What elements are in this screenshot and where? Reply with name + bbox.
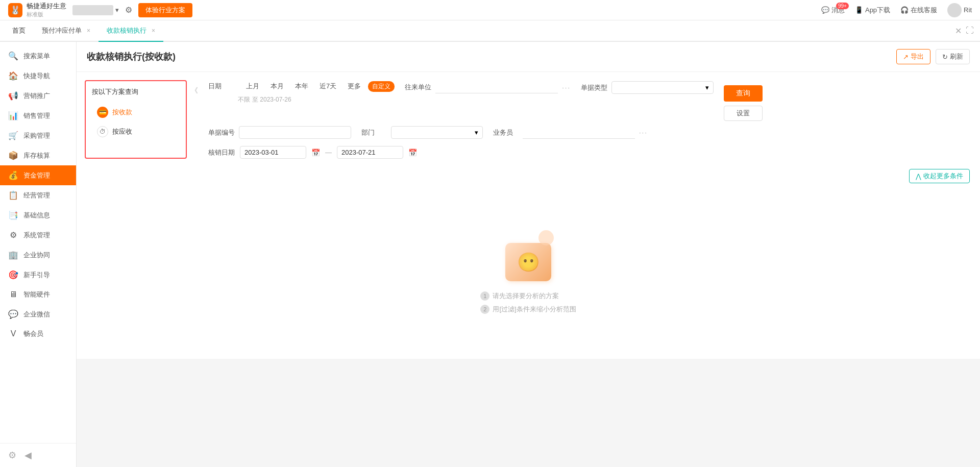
salesperson-input[interactable] (523, 127, 635, 139)
counterpart-dots[interactable]: ··· (562, 84, 571, 91)
search-icon: 🔍 (8, 51, 18, 61)
date-custom-badge[interactable]: 自定义 (368, 81, 395, 92)
settings-bottom-icon[interactable]: ⚙ (8, 450, 16, 461)
sidebar-item-purchase[interactable]: 🛒 采购管理 (0, 126, 76, 145)
online-service-item[interactable]: 🎧 在线客服 (900, 6, 937, 15)
calendar-start-icon[interactable]: 📅 (311, 149, 320, 157)
department-label: 部门 (361, 128, 387, 137)
sidebar-item-basic[interactable]: 📑 基础信息 (0, 205, 76, 225)
workspace-dropdown[interactable]: ▾ (72, 5, 119, 15)
empty-hint-2: 2 用[过滤]条件来缩小分析范围 (480, 305, 576, 314)
tab-prepay[interactable]: 预付冲应付单 × (34, 20, 99, 42)
empty-illustration: 😶 (498, 230, 559, 281)
tab-prepay-close[interactable]: × (87, 27, 90, 34)
tab-writeoff-close[interactable]: × (152, 27, 155, 34)
tab-home[interactable]: 首页 (4, 20, 34, 42)
sidebar-item-search[interactable]: 🔍 搜索菜单 (0, 46, 76, 66)
date-this-year-btn[interactable]: 本年 (291, 80, 312, 92)
date-no-limit-row: 不限 至 2023-07-26 (238, 95, 395, 104)
verify-date-start-input[interactable] (240, 146, 306, 159)
online-service-label: 在线客服 (911, 6, 937, 15)
calendar-end-icon[interactable]: 📅 (408, 149, 417, 157)
date-this-month-btn[interactable]: 本月 (266, 80, 288, 92)
verify-date-end-input[interactable] (337, 146, 403, 159)
sidebar-item-wechat-label: 企业微信 (23, 310, 50, 319)
sidebar-item-search-label: 搜索菜单 (23, 52, 50, 61)
filter-collapse-icon[interactable]: 《 (191, 86, 198, 95)
bill-type-filter: 单据类型 ▾ (581, 81, 714, 94)
brand-logo: 🐰 (8, 3, 22, 17)
sidebar-item-system[interactable]: ⚙ 系统管理 (0, 225, 76, 245)
messages-badge: 99+ (836, 3, 849, 9)
tab-writeoff[interactable]: 收款核销执行 × (99, 20, 163, 42)
sidebar-item-member-label: 畅会员 (23, 329, 43, 338)
filter-row-1: 日期 上月 本月 本年 近7天 更多 自定义 (208, 80, 970, 121)
filter-date-block: 日期 上月 本月 本年 近7天 更多 自定义 (208, 80, 395, 104)
refresh-button[interactable]: ↻ 刷新 (936, 49, 970, 64)
user-name-item[interactable]: Rit (947, 3, 972, 17)
collapse-more-section: ⋀ 收起更多条件 (77, 167, 980, 189)
export-button[interactable]: ↗ 导出 (896, 49, 930, 64)
filter-panel: 按以下方案查询 💳 按收款 ⏱ 按应收 《 (77, 72, 980, 167)
sidebar-item-operation-label: 经营管理 (23, 191, 50, 200)
sidebar-item-system-label: 系统管理 (23, 231, 50, 240)
date-7days-btn[interactable]: 近7天 (315, 80, 340, 92)
date-more-btn[interactable]: 更多 (344, 80, 365, 92)
verify-date-row: 核销日期 📅 — 📅 (208, 146, 970, 159)
expand-window-icon[interactable]: ⛶ (966, 26, 974, 35)
query-button[interactable]: 查询 (724, 85, 763, 102)
sidebar-item-finance[interactable]: 💰 资金管理 (0, 165, 76, 185)
sidebar-collapse-icon[interactable]: ◀ (24, 450, 32, 461)
date-label: 日期 (208, 82, 234, 91)
empty-hint-1: 1 请先选择要分析的方案 (480, 291, 576, 301)
sidebar-item-nav[interactable]: 🏠 快捷导航 (0, 66, 76, 86)
chevron-down-icon: ▾ (115, 6, 119, 14)
filter-row-2: 单据编号 部门 ▾ 业务员 (208, 126, 970, 139)
tab-writeoff-label: 收款核销执行 (107, 26, 146, 35)
settings-icon: ⚙ (8, 230, 18, 240)
filter-option-by-receipt[interactable]: 💳 按收款 (92, 103, 180, 122)
filter-scheme-title: 按以下方案查询 (92, 87, 180, 96)
counterpart-input[interactable] (435, 81, 558, 93)
date-last-month-btn[interactable]: 上月 (242, 80, 263, 92)
sidebar-item-operation[interactable]: 📋 经营管理 (0, 185, 76, 205)
filter-option-by-receivable[interactable]: ⏱ 按应收 (92, 122, 180, 141)
sidebar-item-guide[interactable]: 🎯 新手引导 (0, 265, 76, 285)
sidebar-item-member[interactable]: V 畅会员 (0, 324, 76, 343)
app-download-label: App下载 (865, 6, 890, 15)
receivable-scheme-icon: ⏱ (97, 126, 108, 137)
filter-option-by-receivable-label: 按应收 (112, 127, 132, 136)
app-download-item[interactable]: 📱 App下载 (855, 6, 890, 15)
main-layout: 🔍 搜索菜单 🏠 快捷导航 📢 营销推广 📊 销售管理 🛒 采购管理 📦 (0, 42, 980, 467)
sidebar-item-inventory[interactable]: 📦 库存核算 (0, 145, 76, 165)
collapse-more-label: 收起更多条件 (923, 171, 963, 181)
bill-type-select[interactable]: ▾ (611, 81, 714, 94)
department-select[interactable]: ▾ (391, 126, 483, 139)
close-window-icon[interactable]: ✕ (955, 26, 962, 36)
salesperson-dots[interactable]: ··· (639, 129, 648, 136)
collapse-more-button[interactable]: ⋀ 收起更多条件 (909, 169, 970, 183)
tab-home-label: 首页 (12, 26, 26, 35)
brand-info: 畅捷通好生意 标准版 (27, 2, 66, 18)
settings-button[interactable]: 设置 (724, 106, 763, 121)
filter-scheme-panel: 按以下方案查询 💳 按收款 ⏱ 按应收 (85, 80, 187, 159)
sidebar-item-sales[interactable]: 📊 销售管理 (0, 106, 76, 126)
sidebar-item-hardware[interactable]: 🖥 智能硬件 (0, 285, 76, 304)
brand-edition: 标准版 (27, 11, 66, 18)
topbar-right: 💬 消息 99+ 📱 App下载 🎧 在线客服 Rit (821, 3, 972, 17)
date-to-text: 至 2023-07-26 (252, 95, 291, 104)
sidebar-item-wechat[interactable]: 💬 企业微信 (0, 304, 76, 324)
chevron-down-icon2: ▾ (475, 129, 478, 136)
sidebar-item-marketing[interactable]: 📢 营销推广 (0, 86, 76, 106)
sidebar-item-basic-label: 基础信息 (23, 211, 50, 220)
filter-area: 按以下方案查询 💳 按收款 ⏱ 按应收 《 (77, 72, 980, 189)
trial-button[interactable]: 体验行业方案 (138, 3, 192, 17)
bill-no-input[interactable] (239, 126, 351, 139)
hint-num-2: 2 (480, 305, 489, 314)
brand: 🐰 畅捷通好生意 标准版 (8, 2, 66, 18)
gear-icon[interactable]: ⚙ (125, 5, 132, 15)
megaphone-icon: 📢 (8, 91, 18, 101)
messages-item[interactable]: 💬 消息 99+ (821, 6, 845, 15)
sidebar-item-finance-label: 资金管理 (23, 171, 50, 180)
sidebar-item-collab[interactable]: 🏢 企业协同 (0, 245, 76, 265)
